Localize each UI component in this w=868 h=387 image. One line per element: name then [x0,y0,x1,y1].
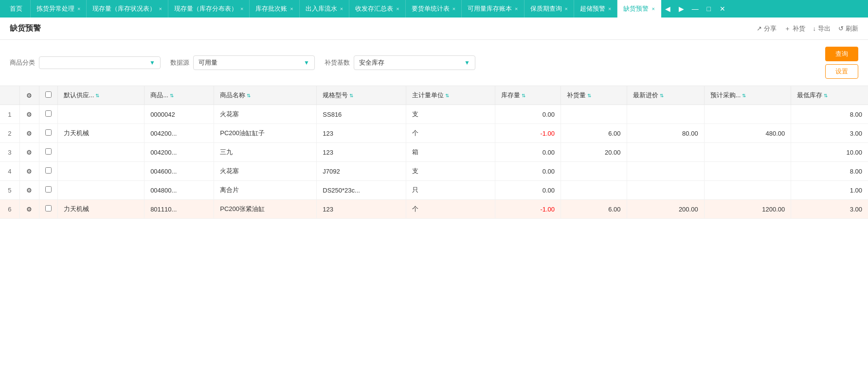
tab-stock-status[interactable]: 现存量（库存状况表） × [87,0,168,18]
close-tab-avail-ledger[interactable]: × [515,6,518,12]
row-product-name: PC200张紧油缸 [214,200,317,219]
row-est-purchase [704,143,791,162]
row-checkbox-cell[interactable] [39,162,57,181]
row-product-name: 三九 [214,143,317,162]
col-stock[interactable]: 库存量 ⇅ [495,86,561,105]
header-actions: ↗ 分享 ＋ 补货 ↓ 导出 ↺ 刷新 [757,24,859,33]
row-gear-icon: ⚙ [26,111,32,118]
row-latest-price [627,162,704,181]
select-all-checkbox[interactable] [45,91,52,98]
tab-abnormal[interactable]: 拣货异常处理 × [31,0,87,18]
share-action[interactable]: ↗ 分享 [757,24,777,33]
table-row: 4 ⚙ 004600... 火花塞 J7092 支 0.00 8.00 [0,162,868,181]
row-stock: 0.00 [495,105,561,124]
row-gear-cell[interactable]: ⚙ [19,181,39,200]
table-row: 6 ⚙ 力天机械 801110... PC200张紧油缸 123 个 -1.00… [0,200,868,219]
tab-next-btn[interactable]: ▶ [675,0,688,18]
row-est-purchase [704,181,791,200]
col-supplier[interactable]: 默认供应... ⇅ [57,86,145,105]
col-spec[interactable]: 规格型号 ⇅ [317,86,406,105]
row-gear-cell[interactable]: ⚙ [19,105,39,124]
col-checkbox[interactable] [39,86,57,105]
close-tab-stock-status[interactable]: × [159,6,162,12]
tab-avail-ledger[interactable]: 可用量库存账本 × [462,0,524,18]
row-checkbox-2[interactable] [45,148,52,155]
tab-recv-summary[interactable]: 收发存汇总表 × [349,0,405,18]
replenish-action[interactable]: ＋ 补货 [784,24,805,33]
row-checkbox-3[interactable] [45,167,52,174]
col-est-purchase[interactable]: 预计采购... ⇅ [704,86,791,105]
col-unit[interactable]: 主计量单位 ⇅ [406,86,495,105]
row-unit: 箱 [406,143,495,162]
row-supplier [57,181,145,200]
col-product-name[interactable]: 商品名称 ⇅ [214,86,317,105]
row-checkbox-cell[interactable] [39,200,57,219]
close-tab-overstock[interactable]: × [608,6,611,12]
replenish-qty-sort-icon: ⇅ [587,93,591,98]
datasource-arrow-icon: ▼ [304,59,309,66]
col-latest-price[interactable]: 最新进价 ⇅ [627,86,704,105]
row-spec: 123 [317,124,406,143]
row-replenish-qty [561,162,627,181]
close-tab-batch[interactable]: × [290,6,293,12]
row-spec: 123 [317,200,406,219]
close-tab-abnormal[interactable]: × [77,6,80,12]
settings-button[interactable]: 设置 [825,64,858,79]
unit-sort-icon: ⇅ [445,93,449,98]
row-checkbox-1[interactable] [45,129,52,136]
row-latest-price [627,181,704,200]
row-checkbox-cell[interactable] [39,181,57,200]
tab-minimize-btn[interactable]: — [688,0,702,18]
row-stock: -1.00 [495,200,561,219]
row-min-stock: 8.00 [791,105,868,124]
query-button[interactable]: 查询 [825,47,858,61]
category-select[interactable]: ▼ [39,56,161,69]
close-tab-recv-summary[interactable]: × [396,6,399,12]
tab-batch[interactable]: 库存批次账 × [250,0,299,18]
row-gear-cell[interactable]: ⚙ [19,143,39,162]
row-product-code: 004600... [145,162,214,181]
row-checkbox-4[interactable] [45,186,52,193]
tab-shortage[interactable]: 缺货预警 × [617,0,661,18]
close-tab-stock-dist[interactable]: × [240,6,243,12]
row-checkbox-5[interactable] [45,205,52,211]
row-checkbox-cell[interactable] [39,124,57,143]
tab-stock-dist[interactable]: 现存量（库存分布表） × [168,0,250,18]
col-gear[interactable]: ⚙ [19,86,39,105]
est-purchase-sort-icon: ⇅ [742,93,746,98]
col-replenish-qty[interactable]: 补货量 ⇅ [561,86,627,105]
replenish-select[interactable]: 安全库存 ▼ [354,55,475,70]
close-tab-inout-flow[interactable]: × [340,6,343,12]
tab-close-btn[interactable]: ✕ [716,0,729,18]
replenish-arrow-icon: ▼ [464,59,470,66]
replenish-icon: ＋ [784,24,791,33]
tab-overstock[interactable]: 超储预警 × [574,0,617,18]
col-min-stock[interactable]: 最低库存 ⇅ [791,86,868,105]
close-tab-demand-stat[interactable]: × [452,6,455,12]
row-gear-cell[interactable]: ⚙ [19,162,39,181]
tab-maximize-btn[interactable]: □ [702,0,716,18]
close-tab-expiry[interactable]: × [565,6,568,12]
datasource-select[interactable]: 可用量 ▼ [193,55,315,70]
row-gear-cell[interactable]: ⚙ [19,124,39,143]
col-product-code[interactable]: 商品... ⇅ [145,86,214,105]
row-stock: 0.00 [495,181,561,200]
row-min-stock: 1.00 [791,181,868,200]
tab-prev-btn[interactable]: ◀ [661,0,675,18]
tab-demand-stat[interactable]: 要货单统计表 × [406,0,462,18]
row-est-purchase [704,162,791,181]
close-tab-shortage[interactable]: × [651,6,654,12]
tab-home[interactable]: 首页 [2,0,31,18]
tab-expiry[interactable]: 保质期查询 × [524,0,574,18]
export-action[interactable]: ↓ 导出 [813,24,831,33]
row-checkbox-0[interactable] [45,110,52,117]
row-min-stock: 10.00 [791,143,868,162]
row-checkbox-cell[interactable] [39,105,57,124]
tab-inout-flow[interactable]: 出入库流水 × [300,0,349,18]
refresh-action[interactable]: ↺ 刷新 [838,24,858,33]
datasource-value: 可用量 [199,58,217,67]
row-gear-cell[interactable]: ⚙ [19,200,39,219]
row-checkbox-cell[interactable] [39,143,57,162]
row-unit: 支 [406,162,495,181]
filter-bar: 商品分类 ▼ 数据源 可用量 ▼ 补货基数 安全库存 ▼ 查询 设置 [0,40,868,86]
